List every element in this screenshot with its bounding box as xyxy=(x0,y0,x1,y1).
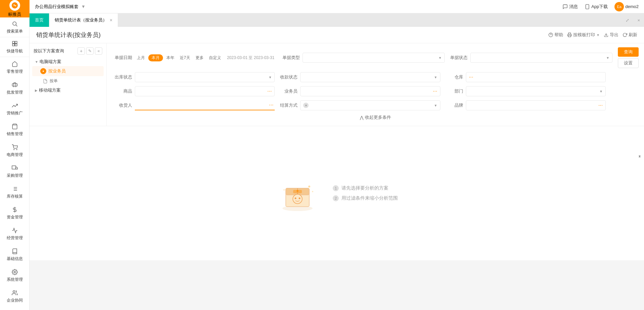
marketing-label: 营销推广 xyxy=(7,110,23,116)
settings-btn[interactable]: 设置 xyxy=(618,58,639,68)
tab-close-btn[interactable]: × xyxy=(110,17,112,23)
sidebar-item-ecommerce[interactable]: 电商管理 xyxy=(0,140,29,161)
app-download-btn[interactable]: App下载 xyxy=(585,4,608,10)
tab-maximize-btn[interactable]: ⤢ xyxy=(622,13,633,27)
tab-close-all-btn[interactable]: × xyxy=(633,13,644,27)
sidebar-quicknav-btn[interactable]: 快捷导航 xyxy=(0,37,29,57)
tab-active[interactable]: 销货单统计表（按业务员） × xyxy=(49,13,118,27)
template-print-arrow[interactable]: ▼ xyxy=(596,33,600,37)
sidebar-search-btn[interactable]: 搜索菜单 xyxy=(0,17,29,37)
message-label: 消息 xyxy=(569,4,578,10)
date-tab-7days[interactable]: 近7天 xyxy=(178,54,192,61)
help-btn[interactable]: 帮助 xyxy=(548,32,563,38)
sidebar-item-purchase[interactable]: 采购管理 xyxy=(0,161,29,182)
inventory-label: 库存核算 xyxy=(7,194,23,199)
query-btn[interactable]: 查询 xyxy=(618,47,639,57)
date-tab-this-month[interactable]: 本月 xyxy=(148,54,163,61)
empty-tip-2: 2 用过滤条件来缩小分析范围 xyxy=(333,195,398,201)
scheme-subitem-order[interactable]: 按单 xyxy=(32,76,104,86)
scheme-collapse-btn[interactable]: « xyxy=(95,47,102,55)
date-label: 单据日期 xyxy=(112,55,132,61)
date-range-display: 2023-03-01 至 2023-03-31 xyxy=(227,55,274,61)
consignee-input[interactable]: ··· xyxy=(135,100,275,110)
operations-icon xyxy=(11,227,18,234)
dept-select[interactable]: ▼ xyxy=(466,86,606,96)
warehouse-input[interactable]: ··· xyxy=(466,72,606,82)
salesman-filter-label: 业务员 xyxy=(277,88,298,94)
svg-rect-5 xyxy=(12,44,14,46)
search-icon xyxy=(11,20,18,28)
message-btn[interactable]: 消息 xyxy=(562,4,578,10)
salesman-input[interactable]: ··· xyxy=(300,86,440,96)
filter-row-1: 单据日期 上月 本月 本年 近7天 更多 自定义 2023-03-01 至 20… xyxy=(112,47,639,68)
sidebar-item-sales[interactable]: 销售管理 xyxy=(0,119,29,140)
tip2-text: 用过滤条件来缩小分析范围 xyxy=(341,195,398,201)
sidebar-item-enterprise[interactable]: 企业协同 xyxy=(0,286,29,307)
sidebar-item-operations[interactable]: 经营管理 xyxy=(0,223,29,244)
doctype-label: 单据类型 xyxy=(280,55,300,61)
tab-bar: 首页 销货单统计表（按业务员） × ⤢ × xyxy=(30,13,644,27)
date-tab-last-month[interactable]: 上月 xyxy=(135,54,147,61)
collapse-up-icon: ⋀ xyxy=(360,115,364,120)
sidebar-item-newbie[interactable]: 新手引导 xyxy=(0,307,29,310)
tab-home[interactable]: 首页 xyxy=(30,13,49,27)
main-area: 办公用品行业模拟账套 ▼ 消息 App下载 Ea demo2 首页 销货单统计表… xyxy=(30,0,644,310)
collapse-btn[interactable]: ⋀ 收起更多条件 xyxy=(360,114,391,120)
date-tab-custom[interactable]: 自定义 xyxy=(207,54,223,61)
sidebar-logo[interactable]: 标推员 xyxy=(0,0,30,17)
docstatus-select[interactable]: ▼ xyxy=(470,53,612,63)
user-profile-btn[interactable]: Ea demo2 xyxy=(614,2,639,11)
sidebar: 标推员 搜索菜单 快捷导航 零售管理 ▼ xyxy=(0,0,30,310)
tip2-num: 2 xyxy=(333,195,339,201)
sidebar-item-retail[interactable]: 零售管理 ▼ xyxy=(0,57,29,78)
sidebar-item-inventory[interactable]: 库存核算 xyxy=(0,182,29,203)
svg-point-39 xyxy=(295,198,297,199)
sidebar-item-wholesale[interactable]: 批发管理 ▲ xyxy=(0,78,29,99)
goods-input[interactable]: ··· xyxy=(135,86,275,96)
export-btn[interactable]: 导出 xyxy=(604,32,619,38)
retail-label: 零售管理 xyxy=(7,69,23,74)
page-header: 销货单统计表(按业务员) 帮助 按模板打印 ▼ 导出 刷新 xyxy=(30,27,644,43)
filter-field-docstatus: 单据状态 ▼ xyxy=(447,53,612,63)
scheme-header-actions: + ✎ « xyxy=(77,47,102,55)
refresh-btn[interactable]: 刷新 xyxy=(623,32,637,38)
enterprise-label: 企业协同 xyxy=(7,298,23,303)
header-dropdown-icon[interactable]: ▼ xyxy=(81,4,86,9)
settlement-clear-btn[interactable]: × xyxy=(303,103,309,108)
scheme-add-btn[interactable]: + xyxy=(77,47,85,55)
sidebar-item-system[interactable]: 系统管理 xyxy=(0,265,29,286)
logo-label: 标推员 xyxy=(8,11,21,17)
scheme-group-pc-header[interactable]: ▼ 电脑端方案 xyxy=(32,57,104,66)
template-print-btn[interactable]: 按模板打印 ▼ xyxy=(567,32,600,38)
purchase-icon xyxy=(11,164,18,172)
scheme-group-pc: ▼ 电脑端方案 ● 按业务员 按单 xyxy=(32,57,104,86)
filter-field-payment: 收款状态 ▼ xyxy=(277,72,440,82)
ecommerce-icon xyxy=(11,144,18,151)
scheme-item-salesman[interactable]: ● 按业务员 xyxy=(32,66,104,76)
brand-input[interactable]: ··· xyxy=(466,100,606,110)
svg-marker-11 xyxy=(16,167,17,169)
sidebar-item-finance[interactable]: 资金管理 xyxy=(0,203,29,223)
inventory-icon xyxy=(11,185,18,193)
refresh-label: 刷新 xyxy=(629,32,637,38)
sidebar-item-basic[interactable]: 基础信息 xyxy=(0,244,29,265)
marketing-icon xyxy=(11,102,18,109)
scheme-edit-btn[interactable]: ✎ xyxy=(86,47,94,55)
date-tab-this-year[interactable]: 本年 xyxy=(164,54,176,61)
payment-select[interactable]: ▼ xyxy=(300,72,440,82)
dept-label: 部门 xyxy=(443,88,463,94)
header-title: 办公用品行业模拟账套 xyxy=(35,4,78,10)
storage-select[interactable]: ▼ xyxy=(135,72,275,82)
date-tab-more[interactable]: 更多 xyxy=(194,54,206,61)
pc-group-label: 电脑端方案 xyxy=(40,59,61,65)
export-label: 导出 xyxy=(610,32,619,38)
svg-point-40 xyxy=(299,198,301,199)
page-actions: 帮助 按模板打印 ▼ 导出 刷新 xyxy=(548,32,637,38)
svg-rect-6 xyxy=(15,44,17,46)
help-label: 帮助 xyxy=(554,32,563,38)
scheme-group-mobile-header[interactable]: ▶ 移动端方案 xyxy=(32,86,104,95)
doctype-select[interactable]: ▼ xyxy=(303,53,445,63)
scheme-group-mobile: ▶ 移动端方案 xyxy=(32,86,104,95)
sidebar-item-marketing[interactable]: 营销推广 xyxy=(0,99,29,119)
settlement-select[interactable]: × ▼ xyxy=(300,100,440,110)
